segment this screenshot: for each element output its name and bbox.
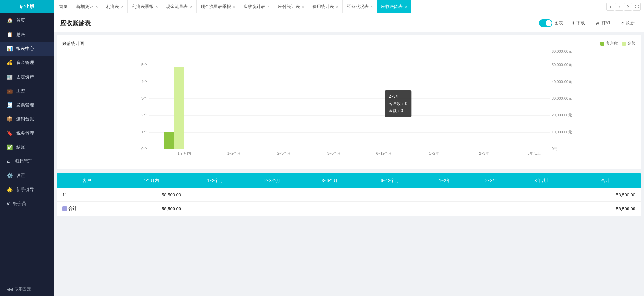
tab-receivable-stat[interactable]: 应收统计表 × xyxy=(239,0,274,13)
tab-profit-quarter-close[interactable]: × xyxy=(156,5,158,9)
tab-cashflow-quarter[interactable]: 现金流量表季报 × xyxy=(197,0,239,13)
tab-payable-stat[interactable]: 应付统计表 × xyxy=(274,0,308,13)
cell-summary-label: 合计 xyxy=(57,202,116,216)
summary-row: 合计 58,500.00 58,500.00 xyxy=(57,202,641,216)
tab-cashflow-quarter-close[interactable]: × xyxy=(233,5,235,9)
archive-icon: 🗂 xyxy=(7,159,12,164)
print-button[interactable]: 🖨 打印 xyxy=(593,19,613,28)
tab-cashflow[interactable]: 现金流量表 × xyxy=(162,0,196,13)
cell-3y-plus xyxy=(514,188,570,202)
sidebar-item-archive[interactable]: 🗂 归档管理 xyxy=(0,154,54,168)
tab-nav-buttons: ‹ › ✕ ⛶ xyxy=(604,3,643,11)
svg-text:5个: 5个 xyxy=(141,63,147,67)
svg-text:2~3年: 2~3年 xyxy=(479,151,489,155)
tab-profit[interactable]: 利润表 × xyxy=(102,0,127,13)
table-head: 客户 1个月内 1~2个月 2~3个月 3~6个月 6~12个月 1~2年 2~… xyxy=(57,173,641,188)
svg-text:1~2年: 1~2年 xyxy=(429,151,439,155)
svg-text:1个月内: 1个月内 xyxy=(177,151,191,155)
chart-toggle[interactable] xyxy=(539,19,552,27)
tax-icon: 🔖 xyxy=(7,130,13,136)
sidebar-item-settlement[interactable]: ✅ 结账 xyxy=(0,140,54,154)
tab-expense-stat-close[interactable]: × xyxy=(336,5,338,9)
svg-text:3年以上: 3年以上 xyxy=(527,151,540,155)
tab-cashflow-label: 现金流量表 xyxy=(166,4,188,10)
tab-cashflow-close[interactable]: × xyxy=(190,5,192,9)
table-section: 客户 1个月内 1~2个月 2~3个月 3~6个月 6~12个月 1~2年 2~… xyxy=(57,173,641,216)
reports-icon: 📊 xyxy=(7,46,13,52)
sidebar-item-tax[interactable]: 🔖 税务管理 xyxy=(0,126,54,140)
sidebar-item-label: 固定资产 xyxy=(16,74,34,80)
sidebar-item-label: 畅会员 xyxy=(13,201,26,207)
svg-text:10,000.00元: 10,000.00元 xyxy=(552,130,572,134)
svg-text:6~12个月: 6~12个月 xyxy=(376,151,392,155)
bar-amount-0 xyxy=(174,67,184,149)
tab-payable-stat-close[interactable]: × xyxy=(302,5,304,9)
tab-fullscreen[interactable]: ⛶ xyxy=(633,3,641,11)
legend-customer-label: 客户数 xyxy=(606,41,618,46)
sidebar-item-label: 设置 xyxy=(16,172,25,179)
tab-bar: 首页 新增凭证 × 利润表 × 利润表季报 × 现金流量表 × 现金流量表季报 … xyxy=(54,0,644,13)
header-actions: 图表 ⬇ 下载 🖨 打印 ↻ 刷新 xyxy=(539,19,637,28)
download-button[interactable]: ⬇ 下载 xyxy=(569,19,588,28)
sidebar-item-reports[interactable]: 📊 报表中心 xyxy=(0,42,54,56)
svg-text:1个: 1个 xyxy=(141,130,147,134)
collapse-sidebar-button[interactable]: ◀◀ 取消固定 xyxy=(0,282,54,296)
sidebar-item-invoice[interactable]: 🧾 发票管理 xyxy=(0,98,54,112)
bar-customer-0 xyxy=(164,132,174,149)
table-header-row: 客户 1个月内 1~2个月 2~3个月 3~6个月 6~12个月 1~2年 2~… xyxy=(57,173,641,188)
page-title: 应收账龄表 xyxy=(60,19,91,27)
sidebar-item-guide[interactable]: 🌟 新手引导 xyxy=(0,183,54,197)
tab-operation[interactable]: 经营状况表 × xyxy=(343,0,377,13)
chart-toggle-group: 图表 xyxy=(539,19,563,27)
tab-aging[interactable]: 应收账龄表 × xyxy=(377,0,411,13)
cell-summary-2-3m xyxy=(244,202,301,216)
sidebar-item-settings[interactable]: ⚙️ 设置 xyxy=(0,168,54,183)
sidebar-item-assets[interactable]: 🏢 固定资产 xyxy=(0,70,54,84)
legend-amount-dot xyxy=(622,42,626,46)
cell-total: 58,500.00 xyxy=(570,188,641,202)
cell-summary-1m: 58,500.00 xyxy=(116,202,186,216)
sidebar-item-salary[interactable]: 💼 工资 xyxy=(0,84,54,98)
cell-1-2m xyxy=(186,188,244,202)
tab-receivable-stat-label: 应收统计表 xyxy=(244,4,265,10)
tab-aging-label: 应收账龄表 xyxy=(381,4,403,10)
col-1-2m: 1~2个月 xyxy=(186,173,244,188)
col-customer: 客户 xyxy=(57,173,116,188)
collapse-label: 取消固定 xyxy=(15,286,31,292)
svg-text:3个: 3个 xyxy=(141,96,147,100)
tab-aging-close[interactable]: × xyxy=(405,5,407,9)
tab-expense-stat-label: 费用统计表 xyxy=(312,4,334,10)
app-logo: 专业版 xyxy=(0,0,54,13)
tab-nav-left[interactable]: ‹ xyxy=(606,3,614,11)
sales-icon: 📦 xyxy=(7,116,13,122)
sidebar-item-label: 工资 xyxy=(16,88,25,94)
chart-title: 账龄统计图 xyxy=(62,41,635,47)
refresh-button[interactable]: ↻ 刷新 xyxy=(618,19,637,28)
sidebar-item-ledger[interactable]: 📋 总账 xyxy=(0,28,54,42)
cell-summary-total: 58,500.00 xyxy=(570,202,641,216)
tab-payable-stat-label: 应付统计表 xyxy=(278,4,300,10)
guide-icon: 🌟 xyxy=(7,187,13,193)
sidebar-item-home[interactable]: 🏠 首页 xyxy=(0,13,54,28)
tab-receivable-stat-close[interactable]: × xyxy=(267,5,269,9)
sidebar-item-funds[interactable]: 💰 资金管理 xyxy=(0,56,54,70)
tab-expense-stat[interactable]: 费用统计表 × xyxy=(308,0,342,13)
sidebar-item-vip[interactable]: V 畅会员 xyxy=(0,197,54,211)
cell-summary-3-6m xyxy=(301,202,358,216)
tab-profit-quarter[interactable]: 利润表季报 × xyxy=(128,0,162,13)
tab-operation-close[interactable]: × xyxy=(371,5,373,9)
sidebar-item-sales[interactable]: 📦 进销台账 xyxy=(0,112,54,126)
tab-voucher-close[interactable]: × xyxy=(96,5,98,9)
collapse-icon: ◀◀ xyxy=(7,287,13,292)
tab-nav-right[interactable]: › xyxy=(615,3,623,11)
sidebar-item-label: 新手引导 xyxy=(16,187,34,193)
table-body: 11 58,500.00 58,500.00 xyxy=(57,188,641,216)
tab-home[interactable]: 首页 xyxy=(55,0,72,13)
svg-text:20,000.00元: 20,000.00元 xyxy=(552,113,572,117)
sidebar-item-label: 归档管理 xyxy=(15,158,33,164)
col-3-6m: 3~6个月 xyxy=(301,173,358,188)
tab-home-label: 首页 xyxy=(59,4,68,10)
tab-close-all[interactable]: ✕ xyxy=(624,3,632,11)
tab-voucher[interactable]: 新增凭证 × xyxy=(72,0,102,13)
tab-profit-close[interactable]: × xyxy=(121,5,123,9)
